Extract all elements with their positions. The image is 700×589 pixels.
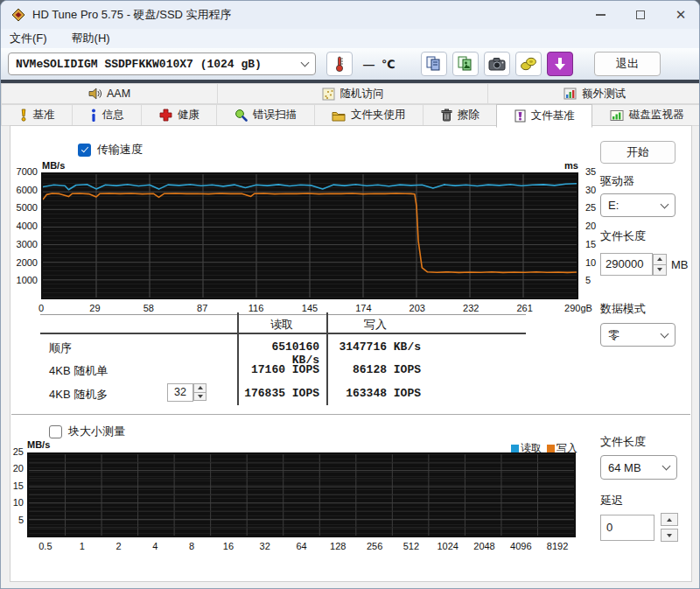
block-file-length-combobox[interactable]: 64 MB bbox=[600, 455, 677, 480]
data-mode-value: 零 bbox=[608, 327, 620, 343]
main-chart-y-axis-label: MB/s bbox=[42, 160, 65, 171]
arrow-down-icon bbox=[667, 534, 672, 537]
tab-info-label: 信息 bbox=[102, 108, 124, 123]
checkbox-checked-icon bbox=[78, 144, 91, 157]
menu-file[interactable]: 文件(F) bbox=[10, 31, 47, 46]
chevron-down-icon bbox=[661, 329, 669, 338]
temperature-display: — ℃ bbox=[363, 58, 414, 71]
copy-text-icon bbox=[425, 55, 443, 73]
temperature-button[interactable] bbox=[326, 52, 353, 76]
axis-tick: 10 bbox=[13, 497, 24, 508]
tab-random-access-label: 随机访问 bbox=[340, 87, 384, 102]
camera-icon bbox=[488, 57, 506, 71]
axis-tick: 15 bbox=[13, 480, 24, 491]
options-button[interactable] bbox=[515, 52, 542, 76]
axis-tick: 290gB bbox=[564, 303, 592, 313]
health-icon bbox=[159, 109, 172, 122]
tab-disk-monitor[interactable]: 磁盘监视器 bbox=[592, 104, 700, 126]
drive-combobox[interactable]: NVMeSOLIDIGM SSDPFKKW010X7 (1024 gB) bbox=[8, 53, 316, 75]
tab-health[interactable]: 健康 bbox=[141, 104, 217, 126]
axis-tick: 4096 bbox=[510, 541, 531, 551]
axis-tick: 2048 bbox=[473, 541, 494, 551]
camera-button[interactable] bbox=[484, 52, 510, 76]
transfer-speed-label: 传输速度 bbox=[97, 142, 143, 158]
table-cell-rand1-read: 17160 IOPS bbox=[239, 363, 319, 376]
queue-down-button[interactable] bbox=[193, 392, 206, 402]
drive-letter-value: E: bbox=[608, 199, 619, 212]
arrow-up-icon bbox=[198, 386, 203, 389]
axis-tick: 4000 bbox=[17, 221, 38, 231]
table-cell-seq-write: 3147716 KB/s bbox=[328, 340, 421, 354]
file-length-spinner[interactable]: 290000 MB bbox=[600, 253, 689, 276]
copy-image-icon bbox=[457, 55, 474, 73]
folder-usage-icon bbox=[332, 109, 346, 122]
table-row-label: 顺序 bbox=[49, 340, 72, 356]
tab-row-lower: 基准 信息 健康 错误扫描 文件夹使用 擦除 文件基准 磁盘监视器 bbox=[1, 104, 700, 126]
tab-extra-tests[interactable]: 额外测试 bbox=[487, 83, 700, 104]
toolbar: NVMeSOLIDIGM SSDPFKKW010X7 (1024 gB) — ℃… bbox=[1, 48, 700, 80]
axis-tick: 5 bbox=[585, 275, 591, 285]
legend-read-swatch bbox=[511, 445, 519, 452]
close-button[interactable]: ✕ bbox=[661, 1, 700, 29]
menu-bar: 文件(F) 帮助(H) bbox=[1, 29, 700, 48]
transfer-speed-checkbox[interactable]: 传输速度 bbox=[78, 142, 143, 158]
tab-info[interactable]: 信息 bbox=[72, 104, 142, 126]
axis-tick: 30 bbox=[585, 185, 596, 195]
axis-tick: 232 bbox=[463, 303, 479, 313]
file-length-value[interactable]: 290000 bbox=[600, 253, 653, 276]
options-icon bbox=[520, 56, 537, 72]
axis-tick: 5 bbox=[18, 515, 24, 525]
axis-tick: 2 bbox=[116, 541, 121, 551]
axis-tick: 8192 bbox=[547, 541, 568, 551]
file-length-down-button[interactable] bbox=[653, 264, 667, 276]
axis-tick: 116 bbox=[248, 303, 264, 313]
start-button[interactable]: 开始 bbox=[600, 141, 676, 164]
close-icon: ✕ bbox=[676, 7, 687, 23]
tab-aam[interactable]: AAM bbox=[1, 83, 218, 104]
menu-help[interactable]: 帮助(H) bbox=[72, 31, 110, 46]
tab-folder-usage[interactable]: 文件夹使用 bbox=[314, 104, 424, 126]
tab-error-scan[interactable]: 错误扫描 bbox=[216, 104, 314, 126]
tab-file-benchmark[interactable]: 文件基准 bbox=[496, 104, 592, 128]
block-file-length-label: 文件长度 bbox=[600, 434, 646, 450]
maximize-button[interactable] bbox=[620, 1, 661, 29]
tab-disk-monitor-label: 磁盘监视器 bbox=[629, 108, 684, 123]
temperature-unit: ℃ bbox=[382, 58, 396, 71]
app-icon bbox=[11, 8, 25, 25]
tab-random-access[interactable]: 随机访问 bbox=[217, 83, 488, 104]
arrow-up-icon bbox=[667, 518, 672, 522]
section-divider bbox=[11, 414, 690, 415]
delay-down-button[interactable] bbox=[661, 529, 678, 542]
queue-depth-value[interactable]: 32 bbox=[167, 383, 193, 402]
tab-erase[interactable]: 擦除 bbox=[423, 104, 497, 126]
block-size-checkbox[interactable]: 块大小测量 bbox=[49, 424, 125, 439]
tab-aam-label: AAM bbox=[107, 88, 130, 100]
minimize-button[interactable] bbox=[580, 1, 620, 29]
axis-tick: 203 bbox=[410, 303, 425, 313]
axis-tick: 261 bbox=[516, 303, 532, 313]
delay-input[interactable]: 0 bbox=[600, 515, 654, 541]
drive-letter-combobox[interactable]: E: bbox=[600, 193, 676, 217]
delay-up-button[interactable] bbox=[661, 513, 678, 526]
axis-tick: 256 bbox=[367, 541, 382, 551]
exit-button[interactable]: 退出 bbox=[594, 52, 661, 76]
temperature-value: — bbox=[363, 58, 374, 71]
data-mode-combobox[interactable]: 零 bbox=[600, 323, 676, 347]
axis-tick: 128 bbox=[330, 541, 346, 551]
tab-file-benchmark-label: 文件基准 bbox=[531, 109, 575, 123]
axis-tick: 1024 bbox=[437, 541, 458, 551]
tab-erase-label: 擦除 bbox=[458, 108, 480, 123]
axis-tick: 35 bbox=[585, 166, 596, 177]
copy-image-button[interactable] bbox=[452, 52, 479, 76]
table-cell-rand32-write: 163348 IOPS bbox=[328, 387, 421, 400]
queue-depth-spinner[interactable]: 32 bbox=[167, 383, 206, 402]
copy-text-button[interactable] bbox=[421, 52, 447, 76]
tab-benchmark[interactable]: 基准 bbox=[1, 104, 73, 126]
download-button[interactable] bbox=[547, 52, 573, 76]
chevron-down-icon bbox=[662, 462, 671, 471]
axis-tick: 58 bbox=[144, 303, 154, 313]
thermometer-icon bbox=[334, 55, 345, 73]
axis-tick: 5000 bbox=[17, 202, 38, 213]
start-button-label: 开始 bbox=[626, 144, 649, 160]
block-size-label: 块大小测量 bbox=[68, 424, 125, 439]
